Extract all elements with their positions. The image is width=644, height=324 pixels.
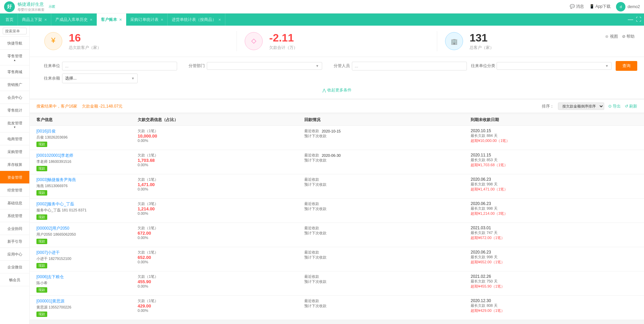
app-name: 畅捷通好生意 [18,1,45,7]
overdue-link-3[interactable]: 超期¥1,214.00（3笔） [471,211,637,216]
search-button[interactable]: 查询 [616,61,637,71]
tab-home[interactable]: 首页 [1,13,18,26]
customer-name-5[interactable]: [0007]小进干 [36,250,60,255]
sidebar-item-inventory[interactable]: 库存核算 [0,158,29,171]
sidebar-item-super-member[interactable]: 畅会员 [0,273,29,286]
customer-tag-1: 现款 [36,166,47,171]
customer-name-0[interactable]: [0016]吕俊 [36,129,56,134]
customer-name-1[interactable]: [0001020001]李老师 [36,153,73,158]
customer-name-6[interactable]: [0006]去下粮仓 [36,274,64,279]
tab-customer-account-close[interactable]: ✕ [119,18,122,22]
tab-purchase-order[interactable]: 采购订单统计表 ✕ [126,13,168,26]
sidebar-item-batch-mgmt[interactable]: 批发管理 ▼ [0,117,29,132]
sidebar-item-retail-mgmt[interactable]: 零售管理 ▲ [0,50,29,65]
debt-cell-3: 欠款（3笔） 1,214.00 0.00% [138,201,304,215]
filter-area: 往来单位 ... 分管部门 ▼ 分管人员 ... [30,57,644,98]
tab-import-stats[interactable]: 进货单统计表（按商品） ✕ [168,13,225,26]
app-download-btn[interactable]: 📱 App下载 [589,4,611,9]
sort-label: 排序： [542,104,554,109]
username: demo2 [627,4,640,9]
tab-customer-account[interactable]: 客户账本 ✕ [97,13,126,26]
tab-purchase-order-close[interactable]: ✕ [161,18,163,22]
results-bar: 搜索结果中，客户16家 欠款金额 -21,148.07元 排序： 按欠款金额倒序… [30,100,644,113]
customer-cell-7: [000001]黄思源 黄思源 13552700226 现款 [36,298,138,317]
sidebar-item-ecommerce[interactable]: 电商管理 [0,132,29,145]
customer-tag-7: 现款 [36,312,47,317]
sidebar-item-basic-info[interactable]: 基础信息 [0,197,29,209]
customer-tag-5: 现款 [36,263,47,268]
due-date-cell-3: 2020.06.23 最长欠款 998 天 超期¥1,214.00（3笔） [471,201,637,216]
sidebar-item-system[interactable]: 系统管理 [0,209,29,222]
customer-phone-5: 小进干 18279152100 [36,256,138,261]
sidebar-item-operations[interactable]: 经营管理 [0,184,29,197]
col-header-debt-info: 欠款交易信息（占比） [138,117,304,123]
refresh-btn[interactable]: ↺ 刷新 [625,104,637,109]
filter-row-1: 往来单位 ... 分管部门 ▼ 分管人员 ... [36,61,637,71]
search-input[interactable] [3,28,27,34]
due-date-cell-0: 2020.10.15 最长欠款 884 天 超期¥10,000.00（1笔） [471,128,637,143]
stats-row: ¥ 16 总欠款客户（家） ◇ -2.11 欠款合计（ [30,26,644,57]
help-btn[interactable]: ⊘ 帮助 [622,34,635,39]
sidebar-item-finance[interactable]: 资金管理 [0,171,29,184]
tab-production-close[interactable]: ✕ [90,18,92,22]
due-date-cell-4: 2021.03.01 最长欠款 747 天 超期¥672.00（1笔） [471,226,637,240]
sidebar-item-quick-nav[interactable]: 快捷导航 [0,37,29,50]
stat-icon-total: 🏢 [444,31,464,51]
overdue-link-0[interactable]: 超期¥10,000.00（1笔） [471,138,637,143]
dept-input[interactable]: ▼ [207,62,322,70]
manager-label: 分管人员 [326,63,350,69]
message-btn[interactable]: 💬 消息 [570,4,584,9]
unit-category-input[interactable]: ▼ [497,62,612,70]
customer-name-3[interactable]: [0002]服务中心_丁磊 [36,202,74,206]
tab-products[interactable]: 商品上下架 ✕ [18,13,51,26]
overdue-link-6[interactable]: 超期¥455.90（1笔） [471,284,637,289]
overdue-link-5[interactable]: 超期¥652.00（1笔） [471,260,637,265]
sidebar-item-app-center[interactable]: 应用中心 [0,248,29,261]
balance-input[interactable]: 选择... ▼ [62,73,138,83]
overdue-link-4[interactable]: 超期¥672.00（1笔） [471,235,637,240]
export-icon: ⊙ [608,104,612,109]
customer-name-2[interactable]: [0003]畅捷服务尹海燕 [36,177,76,182]
due-date-cell-6: 2021.02.26 最长欠款 750 天 超期¥455.90（1笔） [471,274,637,289]
results-actions: 排序： 按欠款金额倒序排序 ⊙ 导出 ↺ 刷新 [542,102,637,110]
sort-select[interactable]: 按欠款金额倒序排序 [558,102,604,110]
tab-products-label: 商品上下架 [22,17,42,23]
sidebar-item-member[interactable]: 会员中心 [0,91,29,104]
collapse-button[interactable]: ⋀ 收起更多条件 [36,86,637,94]
customer-tag-3: 现款 [36,214,47,220]
overdue-link-2[interactable]: 超期¥1,471.00（1笔） [471,187,637,192]
debt-cell-4: 欠款（1笔） 672.00 0.00% [138,226,304,240]
sidebar-item-enterprise[interactable]: 企业协同 [0,222,29,235]
overdue-link-7[interactable]: 超期¥429.00（1笔） [471,308,637,313]
table-row: [000002]用户2050 用户2050 18665062050 现款 欠款（… [30,223,644,247]
sidebar-item-retail-mall[interactable]: 零售商城 [0,65,29,78]
dept-label: 分管部门 [181,63,205,69]
filter-manager: 分管人员 ... [326,62,467,70]
sidebar-item-retail-stats[interactable]: 零售统计 [0,104,29,117]
overdue-link-1[interactable]: 超期¥1,703.68（1笔） [471,163,637,168]
sidebar-item-corp-wechat[interactable]: 企业微信 [0,261,29,273]
stat-icon-debt: ◇ [244,31,264,51]
tab-minimize-btn[interactable]: — [628,17,633,23]
export-btn[interactable]: ⊙ 导出 [608,104,621,109]
recovery-cell-2: 最近收款 预计下次收款 [304,177,471,187]
user-area[interactable]: d demo2 [616,2,640,11]
tab-purchase-order-label: 采购订单统计表 [130,17,159,23]
tab-production[interactable]: 产成品入库单历史 ✕ [51,13,97,26]
customer-name-7[interactable]: [000001]黄思源 [36,299,64,303]
data-table: 客户信息 欠款交易信息（占比） 回款情况 到期未收款日期 [0016]吕俊 吕俊… [30,114,644,320]
customer-name-4[interactable]: [000002]用户2050 [36,226,69,231]
filter-row-2: 往来余额 选择... ▼ [36,73,637,83]
customer-tag-6: 现款 [36,287,47,293]
sidebar-item-newbie[interactable]: 新手引导 [0,235,29,248]
source-unit-input[interactable]: ... [62,62,177,70]
manager-input[interactable]: ... [352,62,467,70]
tab-maximize-btn[interactable]: ⛶ [636,17,641,23]
view-btn[interactable]: ⊙ 视图 [605,34,618,39]
content-area: ¥ 16 总欠款客户（家） ◇ -2.11 欠款合计（ [30,26,644,324]
company-name: 母婴行业演示账套 [18,7,45,12]
tab-import-stats-close[interactable]: ✕ [218,18,221,22]
sidebar-item-marketing[interactable]: 营销推广 [0,78,29,91]
tab-products-close[interactable]: ✕ [44,18,47,22]
sidebar-item-purchase[interactable]: 采购管理 [0,145,29,158]
